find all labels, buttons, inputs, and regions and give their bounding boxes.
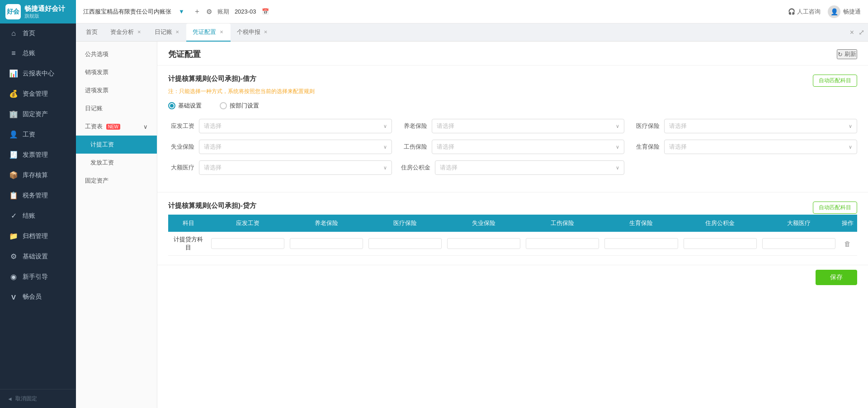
avatar-icon: 👤 bbox=[830, 8, 838, 15]
select-large-medical[interactable]: 请选择 ∨ bbox=[199, 160, 392, 175]
select-pension[interactable]: 请选择 ∨ bbox=[432, 119, 625, 133]
subnav-pay-salary[interactable]: 发放工资 bbox=[76, 154, 157, 172]
tab-tax-close[interactable]: × bbox=[263, 28, 269, 35]
refresh-button[interactable]: ↻ 刷新 bbox=[837, 49, 857, 59]
close-tab-button[interactable]: × bbox=[850, 28, 854, 37]
input-large-medical[interactable] bbox=[762, 238, 835, 249]
td-apply-salary-input[interactable] bbox=[208, 232, 287, 256]
td-housing-fund-input[interactable] bbox=[681, 232, 760, 256]
tab-home[interactable]: 首页 bbox=[80, 23, 104, 42]
tab-capital[interactable]: 资金分析 × bbox=[104, 23, 148, 42]
input-housing-fund[interactable] bbox=[684, 238, 757, 249]
input-pension[interactable] bbox=[290, 238, 363, 249]
sidebar-item-basic[interactable]: ⚙ 基础设置 bbox=[0, 246, 76, 267]
fullscreen-button[interactable]: ⤢ bbox=[859, 28, 864, 37]
chevron-down-icon-6: ∨ bbox=[849, 144, 852, 150]
form-row-apply-salary: 应发工资 请选择 ∨ bbox=[168, 119, 392, 133]
subnav-journal-label: 日记账 bbox=[85, 105, 103, 112]
th-apply-salary: 应发工资 bbox=[208, 215, 287, 232]
radio-dept[interactable]: 按部门设置 bbox=[220, 102, 259, 110]
sidebar-item-ledger[interactable]: ≡ 总账 bbox=[0, 43, 76, 63]
tab-tax[interactable]: 个税申报 × bbox=[231, 23, 275, 42]
select-housing-fund-placeholder: 请选择 bbox=[440, 164, 458, 172]
subnav-purchase[interactable]: 进项发票 bbox=[76, 81, 157, 99]
settlement-icon: ✓ bbox=[9, 211, 18, 220]
sidebar-item-capital[interactable]: 💰 资金管理 bbox=[0, 84, 76, 104]
select-medical[interactable]: 请选择 ∨ bbox=[664, 119, 857, 133]
tax-icon: 📋 bbox=[9, 191, 18, 200]
input-medical[interactable] bbox=[368, 238, 442, 249]
subnav-sales[interactable]: 销项发票 bbox=[76, 63, 157, 81]
subnav-journal[interactable]: 日记账 bbox=[76, 99, 157, 117]
unpin-button[interactable]: ◄ 取消固定 bbox=[0, 389, 76, 408]
inventory-icon: 📦 bbox=[9, 171, 18, 179]
sidebar-item-invoice[interactable]: 🧾 发票管理 bbox=[0, 145, 76, 165]
user-button[interactable]: 👤 畅捷通 bbox=[828, 5, 861, 18]
sidebar-item-vip[interactable]: V 畅会员 bbox=[0, 287, 76, 307]
auto-match-credit-button[interactable]: 自动匹配科目 bbox=[813, 202, 857, 214]
company-dropdown-icon[interactable]: ▼ bbox=[179, 8, 184, 15]
service-button[interactable]: 🎧 人工咨询 bbox=[788, 8, 821, 16]
td-maternity-input[interactable] bbox=[602, 232, 680, 256]
sidebar-label-fixed-assets: 固定资产 bbox=[23, 110, 48, 118]
tab-voucher[interactable]: 凭证配置 × bbox=[186, 23, 231, 42]
radio-dept-label: 按部门设置 bbox=[230, 102, 259, 110]
form-row-medical: 医疗保险 请选择 ∨ bbox=[633, 119, 857, 133]
subnav-fixed-assets-label: 固定资产 bbox=[85, 177, 108, 184]
td-pension-input[interactable] bbox=[287, 232, 366, 256]
tab-capital-label: 资金分析 bbox=[110, 28, 134, 36]
sidebar-item-tax[interactable]: 📋 税务管理 bbox=[0, 185, 76, 206]
td-unemployment-input[interactable] bbox=[444, 232, 523, 256]
save-button[interactable]: 保存 bbox=[816, 270, 857, 285]
tab-voucher-label: 凭证配置 bbox=[193, 28, 216, 36]
td-medical-input[interactable] bbox=[366, 232, 444, 256]
input-maternity[interactable] bbox=[604, 238, 678, 249]
sidebar-item-salary[interactable]: 👤 工资 bbox=[0, 124, 76, 145]
subnav-public[interactable]: 公共选项 bbox=[76, 45, 157, 63]
calendar-icon[interactable]: 📅 bbox=[262, 8, 269, 15]
th-large-medical: 大额医疗 bbox=[760, 215, 838, 232]
unpin-label: 取消固定 bbox=[15, 395, 37, 403]
tab-journal[interactable]: 日记账 × bbox=[148, 23, 187, 42]
subnav-pay-salary-label: 发放工资 bbox=[90, 159, 114, 166]
tab-journal-close[interactable]: × bbox=[175, 28, 180, 35]
sidebar-item-reports[interactable]: 📊 云报表中心 bbox=[0, 63, 76, 84]
label-medical: 医疗保险 bbox=[633, 122, 660, 130]
page-content: 凭证配置 ↻ 刷新 计提核算规则(公司承担)-借方 注：只能选择一种方式，系统将… bbox=[157, 42, 868, 408]
select-pension-placeholder: 请选择 bbox=[437, 122, 454, 130]
page-header: 凭证配置 ↻ 刷新 bbox=[157, 42, 868, 65]
sidebar-item-fixed-assets[interactable]: 🏢 固定资产 bbox=[0, 104, 76, 124]
subnav-purchase-label: 进项发票 bbox=[85, 87, 108, 94]
sidebar-item-guide[interactable]: ◉ 新手引导 bbox=[0, 267, 76, 287]
td-work-injury-input[interactable] bbox=[523, 232, 602, 256]
radio-basic-label: 基础设置 bbox=[178, 102, 202, 110]
tab-capital-close[interactable]: × bbox=[137, 28, 142, 35]
select-unemployment[interactable]: 请选择 ∨ bbox=[199, 140, 392, 154]
headset-icon: 🎧 bbox=[788, 8, 795, 15]
th-action: 操作 bbox=[838, 215, 857, 232]
sidebar-item-home[interactable]: ⌂ 首页 bbox=[0, 23, 76, 43]
select-apply-salary[interactable]: 请选择 ∨ bbox=[199, 119, 392, 133]
settings-icon[interactable]: ⚙ bbox=[206, 8, 212, 16]
auto-match-debit-button[interactable]: 自动匹配科目 bbox=[813, 75, 857, 87]
th-pension: 养老保险 bbox=[287, 215, 366, 232]
select-maternity[interactable]: 请选择 ∨ bbox=[664, 140, 857, 154]
input-unemployment[interactable] bbox=[447, 238, 520, 249]
input-work-injury[interactable] bbox=[526, 238, 599, 249]
sidebar-item-inventory[interactable]: 📦 库存核算 bbox=[0, 165, 76, 185]
subnav-calc-salary[interactable]: 计提工资 bbox=[76, 136, 157, 154]
td-large-medical-input[interactable] bbox=[760, 232, 838, 256]
sidebar-item-archive[interactable]: 📁 归档管理 bbox=[0, 226, 76, 246]
subnav-salary-table[interactable]: 工资表 NEW ∨ bbox=[76, 117, 157, 136]
logo-text-block: 畅捷通好会计 旗舰版 bbox=[24, 5, 65, 19]
subnav-fixed-assets[interactable]: 固定资产 bbox=[76, 172, 157, 190]
tab-voucher-close[interactable]: × bbox=[219, 28, 224, 35]
radio-basic[interactable]: 基础设置 bbox=[168, 102, 202, 110]
label-housing-fund: 住房公积金 bbox=[401, 164, 430, 172]
input-apply-salary[interactable] bbox=[211, 238, 284, 249]
select-work-injury[interactable]: 请选择 ∨ bbox=[432, 140, 625, 154]
delete-row-button[interactable]: 🗑 bbox=[844, 240, 851, 248]
add-company-button[interactable]: ＋ bbox=[193, 7, 201, 16]
select-housing-fund[interactable]: 请选择 ∨ bbox=[435, 160, 625, 175]
sidebar-item-settlement[interactable]: ✓ 结账 bbox=[0, 206, 76, 226]
